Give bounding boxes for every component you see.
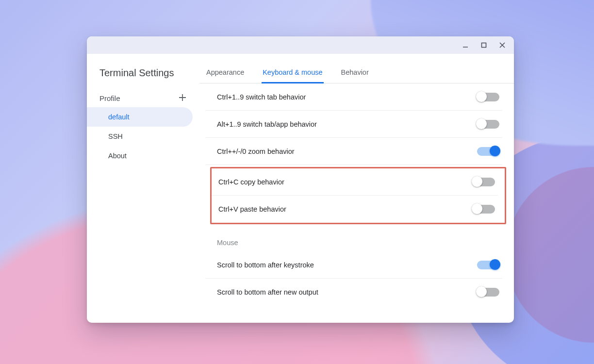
maximize-icon [480, 42, 487, 49]
setting-row-ctrl19: Ctrl+1..9 switch tab behavior [205, 83, 502, 111]
sidebar-item-default[interactable]: default [87, 107, 193, 127]
profile-section-header: Profile [87, 89, 199, 107]
setting-label: Ctrl+V paste behavior [218, 205, 286, 213]
tab-keyboard-mouse[interactable]: Keyboard & mouse [262, 62, 323, 83]
sidebar-item-label: SSH [108, 132, 123, 140]
toggle-knob [490, 146, 500, 156]
close-icon [499, 42, 506, 49]
toggle-copy[interactable] [473, 178, 495, 186]
highlight-box: Ctrl+C copy behavior Ctrl+V paste behavi… [210, 167, 506, 224]
sidebar-item-about[interactable]: About [87, 146, 193, 165]
add-profile-button[interactable] [178, 93, 187, 103]
tab-appearance[interactable]: Appearance [205, 62, 245, 83]
settings-list: Ctrl+1..9 switch tab behavior Alt+1..9 s… [199, 83, 514, 323]
tab-bar: Appearance Keyboard & mouse Behavior [199, 62, 514, 83]
tab-label: Behavior [341, 68, 369, 76]
maximize-button[interactable] [475, 38, 493, 52]
toggle-scrollout[interactable] [477, 288, 499, 297]
setting-row-scrollkey: Scroll to bottom after keystroke [205, 251, 502, 279]
mouse-section-heading: Mouse [205, 224, 502, 251]
settings-window: Terminal Settings Profile default SSH Ab… [87, 36, 514, 323]
setting-row-scrollout: Scroll to bottom after new output [205, 279, 502, 306]
setting-label: Scroll to bottom after keystroke [217, 261, 314, 269]
toggle-knob [472, 176, 482, 187]
tab-label: Keyboard & mouse [263, 68, 322, 76]
toggle-knob [476, 118, 487, 129]
setting-row-zoom: Ctrl++/-/0 zoom behavior [205, 138, 502, 165]
plus-icon [178, 93, 187, 102]
sidebar-item-ssh[interactable]: SSH [87, 127, 193, 146]
close-button[interactable] [494, 38, 511, 52]
sidebar-item-label: About [108, 152, 127, 160]
toggle-scrollkey[interactable] [477, 261, 499, 269]
setting-label: Ctrl+1..9 switch tab behavior [217, 93, 306, 101]
toggle-ctrl19[interactable] [477, 93, 499, 101]
toggle-knob [476, 286, 487, 297]
toggle-paste[interactable] [473, 205, 495, 214]
setting-row-paste: Ctrl+V paste behavior [212, 196, 498, 223]
toggle-knob [490, 259, 500, 270]
main-panel: Appearance Keyboard & mouse Behavior Ctr… [199, 54, 514, 323]
setting-label: Alt+1..9 switch tab/app behavior [217, 120, 317, 128]
sidebar: Terminal Settings Profile default SSH Ab… [87, 54, 199, 323]
svg-rect-1 [482, 43, 486, 48]
toggle-knob [476, 91, 487, 102]
toggle-knob [472, 203, 482, 214]
tab-behavior[interactable]: Behavior [340, 62, 370, 83]
toggle-zoom[interactable] [477, 147, 499, 156]
toggle-alt19[interactable] [477, 120, 499, 129]
window-titlebar [87, 36, 514, 54]
setting-row-alt19: Alt+1..9 switch tab/app behavior [205, 111, 502, 138]
sidebar-item-label: default [108, 113, 130, 121]
minimize-icon [462, 42, 469, 49]
setting-row-copy: Ctrl+C copy behavior [212, 168, 498, 196]
minimize-button[interactable] [457, 38, 474, 52]
setting-label: Scroll to bottom after new output [217, 288, 318, 296]
tab-label: Appearance [206, 68, 244, 76]
setting-label: Ctrl++/-/0 zoom behavior [217, 148, 295, 155]
setting-label: Ctrl+C copy behavior [218, 178, 284, 186]
profile-label: Profile [99, 94, 120, 102]
page-title: Terminal Settings [87, 67, 199, 89]
